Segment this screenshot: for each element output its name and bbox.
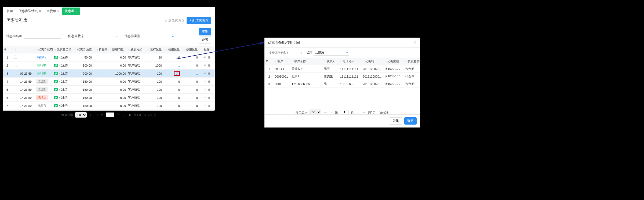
- col-use[interactable]: 使用数量: [186, 48, 198, 51]
- filter-type-select[interactable]: ⌄: [142, 34, 174, 38]
- last-page-button[interactable]: ⇥: [127, 113, 132, 117]
- qr-icon[interactable]: ▦: [208, 80, 210, 83]
- next-page-button[interactable]: ›: [356, 111, 359, 114]
- qr-icon[interactable]: ▦: [208, 56, 210, 59]
- title-bar: 优惠券列表 ⎙ 发放优惠券 + 新增优惠券: [3, 15, 214, 26]
- table-row[interactable]: 714 23:59待发布代代金券150.00--0.00客户领取10000↗▦: [3, 102, 214, 110]
- page-input[interactable]: [106, 112, 114, 117]
- modal-title: 优惠券领用/使用记录: [268, 40, 300, 45]
- col-claim[interactable]: 领用数量: [168, 48, 180, 51]
- tab-优惠券详情页[interactable]: 优惠券详情页✕: [16, 8, 44, 15]
- prev-page-button[interactable]: ‹: [96, 113, 99, 117]
- col-threshold[interactable]: 使用门槛...: [112, 48, 126, 51]
- col-status[interactable]: 优惠券状态: [38, 48, 53, 51]
- col-discount[interactable]: 折扣%: [99, 48, 107, 51]
- query-button[interactable]: 查询: [199, 28, 211, 35]
- filter-row: 优惠券名称 优惠券状态 ⌄ 优惠券类型 ⌄ 查询 设置: [3, 26, 214, 46]
- pagination: 每页显示 50 ⇤ ‹ 第 页 › ⇥ 共1页，49条记录: [3, 110, 214, 119]
- tab-bar: 首页优惠券详情页✕销货单✕优惠券✕: [3, 7, 214, 15]
- close-icon[interactable]: ✕: [75, 10, 78, 13]
- cancel-button[interactable]: 取消: [390, 117, 402, 125]
- col-face[interactable]: 优惠券面值: [77, 48, 92, 51]
- tab-首页[interactable]: 首页: [4, 8, 16, 15]
- qr-icon[interactable]: ▦: [208, 88, 210, 91]
- tab-优惠券[interactable]: 优惠券✕: [62, 8, 80, 15]
- table-row[interactable]: 514 23:59已过期代代金券150.00--0.00客户领取10000↗▦: [3, 86, 214, 94]
- pager-summary: 共1页，3条记录: [368, 110, 389, 114]
- chevron-down-icon: ⌄: [172, 34, 174, 38]
- modal-search-input[interactable]: [268, 50, 303, 55]
- row-checkbox[interactable]: [14, 80, 17, 83]
- open-icon[interactable]: ↗: [203, 104, 206, 107]
- open-icon[interactable]: ↗: [203, 96, 206, 99]
- row-checkbox[interactable]: [14, 104, 17, 107]
- col-type[interactable]: 优惠券类型: [57, 48, 71, 51]
- modal-state-label: 状态: [306, 50, 312, 55]
- gear-icon[interactable]: ⚙: [3, 46, 12, 53]
- usage-table: ⚙ ⇅客户... ⇅客户名称 ⇅联系人 ⇅电话号码 ⇅优惠码 ⇅优惠主题 ⇅优惠…: [265, 58, 420, 88]
- open-icon[interactable]: ↗: [203, 56, 206, 59]
- add-coupon-button[interactable]: + 新增优惠券: [187, 17, 211, 24]
- filter-status-select[interactable]: ⌄: [86, 34, 118, 38]
- col-method[interactable]: 发放方式: [130, 48, 142, 51]
- close-icon[interactable]: ✕: [39, 10, 41, 13]
- row-checkbox[interactable]: [14, 96, 17, 99]
- qr-icon[interactable]: ▦: [208, 72, 210, 75]
- filter-name-input[interactable]: [24, 33, 61, 39]
- search-icon[interactable]: ⌕: [300, 51, 302, 54]
- row-checkbox[interactable]: [14, 88, 17, 91]
- open-icon[interactable]: ↗: [203, 72, 206, 75]
- col-ops: 操作: [199, 46, 214, 53]
- gear-icon[interactable]: ⚙: [265, 58, 274, 65]
- filter-type-label: 优惠券类型: [124, 34, 140, 38]
- per-page-select[interactable]: 50: [75, 112, 87, 118]
- ok-button[interactable]: 确定: [404, 117, 417, 125]
- col-issue[interactable]: 发行数量: [150, 48, 162, 51]
- table-row[interactable]: 3000117666666666张156 6666 ...2019120070.…: [265, 80, 420, 88]
- close-icon[interactable]: ✕: [57, 10, 59, 13]
- open-icon[interactable]: ↗: [203, 88, 206, 91]
- tab-销货单[interactable]: 销货单✕: [44, 8, 62, 15]
- coupon-list-window: 首页优惠券详情页✕销货单✕优惠券✕ 优惠券列表 ⎙ 发放优惠券 + 新增优惠券 …: [3, 7, 215, 110]
- last-page-button[interactable]: ⇥: [361, 111, 366, 114]
- close-icon[interactable]: ✕: [413, 40, 417, 45]
- settings-button[interactable]: 设置: [199, 37, 211, 44]
- next-page-button[interactable]: ›: [122, 113, 125, 117]
- filter-name-label: 优惠券名称: [6, 34, 22, 38]
- per-page-label: 每页显示: [61, 113, 73, 117]
- table-row[interactable]: 614 23:59已终止代代金券150.00--0.00客户领取10000↗▦: [3, 94, 214, 102]
- usage-record-modal: 优惠券领用/使用记录 ✕ ⌕ 状态 已使用 ⌄ ⚙ ⇅客户... ⇅客户名称 ⇅…: [264, 38, 420, 128]
- coupon-table: ⚙ ⇅优惠券状态 ⇅优惠券类型 ⇅优惠券面值 ⇅折扣% ⇅使用门槛... ⇅发放…: [3, 46, 214, 110]
- filter-status-label: 优惠券状态: [68, 34, 84, 38]
- page-input[interactable]: [340, 110, 349, 115]
- prev-page-button[interactable]: ‹: [330, 111, 333, 114]
- per-page-select[interactable]: 50: [310, 110, 321, 115]
- first-page-button[interactable]: ⇤: [323, 111, 328, 114]
- table-row[interactable]: 414 23:59已过期代代金券150.00--0.00客户领取10000↗▦: [3, 78, 214, 86]
- table-row[interactable]: 1RETAIL...零散客户张三111111111112019120070...…: [265, 65, 420, 73]
- chevron-down-icon: ⌄: [115, 34, 118, 38]
- qr-icon[interactable]: ▦: [208, 96, 210, 99]
- qr-icon[interactable]: ▦: [208, 104, 210, 107]
- modal-state-select[interactable]: 已使用 ⌄: [314, 50, 349, 56]
- table-row[interactable]: 307 23:59执行中代代金券200.00--1000.00客户领取10031…: [3, 70, 214, 78]
- row-checkbox[interactable]: [14, 56, 17, 59]
- issue-coupon-button[interactable]: ⎙ 发放优惠券: [165, 18, 184, 23]
- chevron-down-icon: ⌄: [346, 50, 348, 55]
- qr-icon[interactable]: ▦: [208, 64, 210, 67]
- row-checkbox[interactable]: [14, 64, 17, 67]
- table-row[interactable]: 200010001北京1唐先生111111111112019120070...满…: [265, 73, 420, 80]
- open-icon[interactable]: ↗: [203, 80, 206, 83]
- row-checkbox[interactable]: [14, 72, 17, 75]
- select-all-checkbox[interactable]: [12, 46, 19, 53]
- open-icon[interactable]: ↗: [203, 64, 206, 67]
- table-row[interactable]: 2执行中代代金券100.00--0.00客户领取100010↗▦: [3, 61, 214, 70]
- table-row[interactable]: 1待执行代代金券50.00--0.00客户领取1000↗▦: [3, 53, 214, 61]
- pager-summary: 共1页，49条记录: [134, 113, 156, 117]
- page-title: 优惠券列表: [6, 18, 28, 23]
- first-page-button[interactable]: ⇤: [89, 113, 93, 117]
